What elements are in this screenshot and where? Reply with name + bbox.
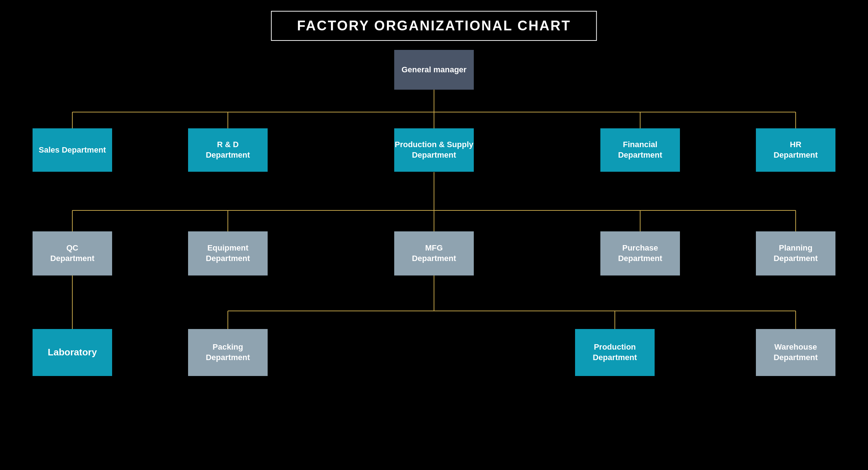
node-rd: R & DDepartment [188,128,268,172]
purchase-label: PurchaseDepartment [618,243,662,264]
equipment-label: EquipmentDepartment [206,243,250,264]
node-warehouse: WarehouseDepartment [756,329,835,376]
hr-label: HRDepartment [774,140,818,160]
warehouse-label: WarehouseDepartment [774,342,818,363]
chart-title: FACTORY ORGANIZATIONAL CHART [297,18,571,33]
production-supply-label: Production & SupplyDepartment [395,140,473,160]
chart-container: .conn { stroke: #c8a84b; stroke-width: 2… [0,0,868,470]
node-sales: Sales Department [33,128,112,172]
packing-label: PackingDepartment [206,342,250,363]
qc-label: QCDepartment [50,243,94,264]
title-box: FACTORY ORGANIZATIONAL CHART [271,11,597,41]
mfg-label: MFGDepartment [412,243,456,264]
node-production: ProductionDepartment [575,329,655,376]
planning-label: PlanningDepartment [774,243,818,264]
general-manager-label: General manager [401,65,467,75]
node-equipment: EquipmentDepartment [188,231,268,275]
node-packing: PackingDepartment [188,329,268,376]
rd-label: R & DDepartment [206,140,250,160]
node-production-supply: Production & SupplyDepartment [394,128,474,172]
node-planning: PlanningDepartment [756,231,835,275]
node-mfg: MFGDepartment [394,231,474,275]
node-general-manager: General manager [394,50,474,90]
sales-label: Sales Department [39,145,106,155]
node-hr: HRDepartment [756,128,835,172]
node-laboratory: Laboratory [33,329,112,376]
node-purchase: PurchaseDepartment [600,231,680,275]
node-financial: FinancialDepartment [600,128,680,172]
financial-label: FinancialDepartment [618,140,662,160]
laboratory-label: Laboratory [48,346,97,359]
production-label: ProductionDepartment [593,342,637,363]
node-qc: QCDepartment [33,231,112,275]
